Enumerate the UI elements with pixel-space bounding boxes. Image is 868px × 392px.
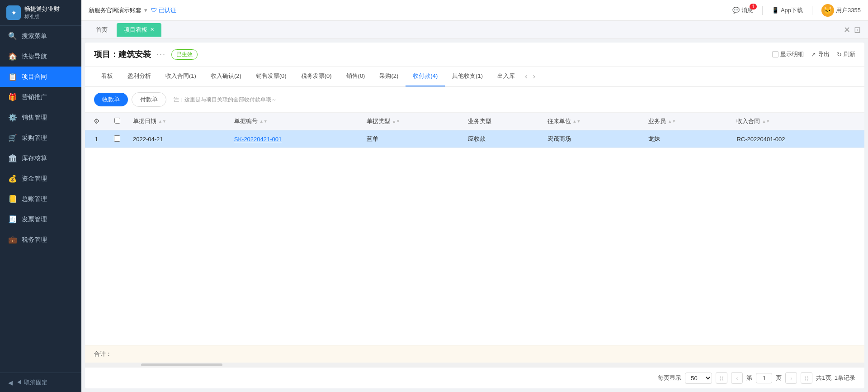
sidebar-logo: ✦ 畅捷通好业财 标准版 [0, 0, 81, 26]
per-page-select[interactable]: 50 20 100 [685, 373, 712, 384]
tab-home-label: 首页 [96, 26, 108, 34]
close-icon[interactable]: ✕ [150, 27, 154, 33]
project-title: 项目：建筑安装 [94, 49, 151, 60]
project-header-actions: 显示明细 ↗ 导出 ↻ 刷新 [772, 50, 855, 58]
th-partner[interactable]: 往来单位 ▲▼ [541, 113, 642, 130]
subnav-item-income-contract[interactable]: 收入合同(1) [158, 67, 203, 86]
gear-icon: ⚙️ [8, 113, 17, 122]
subnav-item-receipt[interactable]: 收付款(4) [406, 67, 445, 86]
receipt-tab-button[interactable]: 收款单 [94, 93, 128, 106]
ledger-icon: 📒 [8, 195, 17, 203]
close-window-button[interactable]: ✕ [844, 25, 850, 35]
subnav-item-kanban[interactable]: 看板 [94, 67, 120, 86]
settings-icon[interactable]: ⚙ [94, 117, 99, 125]
message-button[interactable]: 💬 消息 1 [732, 6, 753, 14]
topbar: 新服务官网演示账套 ▾ 🛡 已认证 💬 消息 1 📱 App下载 🐱 用户335… [81, 0, 868, 21]
subnav-item-purchase[interactable]: 采购(2) [372, 67, 406, 86]
th-type-label: 单据类型 [367, 117, 390, 125]
scroll-thumb[interactable] [141, 363, 222, 366]
show-detail-label: 显示明细 [780, 50, 804, 58]
next-page-button[interactable]: › [785, 372, 797, 384]
sort-icon: ▲▼ [392, 120, 400, 124]
sidebar-item-ledger[interactable]: 📒 总账管理 [0, 189, 81, 209]
subnav: 看板 盈利分析 收入合同(1) 收入确认(2) 销售发票(0) 税务发票(0) … [85, 67, 864, 87]
status-badge: 已生效 [171, 49, 198, 60]
sidebar-item-label: 总账管理 [22, 195, 47, 203]
subnav-item-inout[interactable]: 出入库 [490, 67, 522, 86]
search-icon: 🔍 [8, 32, 17, 40]
sidebar-menu: 🔍 搜索菜单 🏠 快捷导航 📋 项目合同 🎁 营销推广 ⚙️ 销售管理 🛒 采购… [0, 26, 81, 373]
th-date-label: 单据日期 [133, 117, 156, 125]
phone-icon: 📱 [772, 7, 779, 14]
subnav-item-sales[interactable]: 销售(0) [339, 67, 373, 86]
th-settings[interactable]: ⚙ [85, 113, 108, 130]
sidebar-item-finance[interactable]: 💰 资金管理 [0, 168, 81, 189]
sidebar-item-label: 税务管理 [22, 236, 47, 244]
table-row[interactable]: 1 2022-04-21 SK-20220421-001 蓝单 应收款 宏茂商场… [85, 130, 864, 148]
sidebar-item-contract[interactable]: 📋 项目合同 [0, 67, 81, 87]
pin-icon: ◀︎ [8, 379, 13, 386]
cancel-fixed-button[interactable]: ◀︎ ◀︎ 取消固定 [0, 373, 81, 392]
app-version: 标准版 [24, 13, 60, 20]
pagination: 每页显示 50 20 100 ⟨⟨ ‹ 第 页 › ⟩⟩ 共1页, 1条记录 [85, 367, 864, 388]
th-number[interactable]: 单据编号 ▲▼ [228, 113, 360, 130]
th-number-label: 单据编号 [234, 117, 258, 125]
prev-page-button[interactable]: ‹ [731, 372, 743, 384]
sidebar-item-quicknav[interactable]: 🏠 快捷导航 [0, 46, 81, 67]
sidebar-item-invoice[interactable]: 🧾 发票管理 [0, 209, 81, 229]
document-number-link[interactable]: SK-20220421-001 [234, 136, 282, 143]
total-label: 合计： [94, 350, 112, 358]
row-number[interactable]: SK-20220421-001 [228, 130, 360, 148]
subnav-item-sales-invoice[interactable]: 销售发票(0) [249, 67, 294, 86]
contract-icon: 📋 [8, 72, 17, 81]
th-date[interactable]: 单据日期 ▲▼ [127, 113, 228, 130]
divider [762, 6, 763, 15]
subnav-next-arrow[interactable]: › [530, 69, 538, 84]
th-type[interactable]: 单据类型 ▲▼ [360, 113, 462, 130]
select-all-checkbox[interactable] [114, 118, 120, 124]
th-income-contract[interactable]: 收入合同 ▲▼ [730, 113, 864, 130]
payment-tab-button[interactable]: 付款单 [132, 92, 166, 107]
show-detail-toggle[interactable]: 显示明细 [772, 50, 804, 58]
last-page-button[interactable]: ⟩⟩ [801, 372, 812, 384]
sub-tabs-note: 注：这里是与项目关联的全部收付款单哦～ [174, 96, 277, 104]
sort-icon: ▲▼ [762, 120, 770, 124]
sidebar-item-label: 资金管理 [22, 175, 47, 183]
finance-icon: 💰 [8, 174, 17, 183]
subnav-item-income-confirm[interactable]: 收入确认(2) [203, 67, 249, 86]
show-detail-checkbox[interactable] [772, 51, 778, 57]
th-salesperson[interactable]: 业务员 ▲▼ [642, 113, 730, 130]
subnav-item-profit[interactable]: 盈利分析 [120, 67, 158, 86]
export-icon: ↗ [811, 51, 816, 58]
table-footer: 合计： [85, 345, 864, 363]
row-select-checkbox[interactable] [114, 135, 120, 142]
current-page-input[interactable] [756, 373, 772, 383]
sidebar-item-sales[interactable]: ⚙️ 销售管理 [0, 107, 81, 128]
maximize-button[interactable]: ⊡ [854, 25, 861, 35]
row-income-contract: RC-20220401-002 [730, 130, 864, 148]
app-logo-icon: ✦ [6, 5, 21, 20]
sidebar-item-tax[interactable]: 💼 税务管理 [0, 229, 81, 250]
subnav-item-tax-invoice[interactable]: 税务发票(0) [294, 67, 339, 86]
tab-project-board[interactable]: 项目看板 ✕ [117, 23, 161, 37]
sidebar-item-purchase[interactable]: 🛒 采购管理 [0, 128, 81, 148]
horizontal-scrollbar[interactable] [85, 363, 864, 367]
more-options-button[interactable]: ··· [156, 50, 166, 59]
refresh-icon: ↻ [837, 51, 842, 58]
topbar-project[interactable]: 新服务官网演示账套 ▾ [89, 6, 147, 14]
user-profile-button[interactable]: 🐱 用户3355 [821, 4, 861, 17]
subnav-prev-arrow[interactable]: ‹ [522, 69, 530, 84]
export-button[interactable]: ↗ 导出 [811, 50, 830, 58]
refresh-button[interactable]: ↻ 刷新 [837, 50, 855, 58]
first-page-button[interactable]: ⟨⟨ [716, 372, 727, 384]
per-page-label: 每页显示 [658, 374, 681, 382]
tab-home[interactable]: 首页 [89, 23, 115, 37]
sidebar-item-inventory[interactable]: 🏛️ 库存核算 [0, 148, 81, 168]
invoice-icon: 🧾 [8, 215, 17, 224]
subnav-item-other-income[interactable]: 其他收支(1) [445, 67, 490, 86]
sidebar-item-marketing[interactable]: 🎁 营销推广 [0, 87, 81, 107]
row-checkbox-cell[interactable] [108, 130, 127, 148]
row-date: 2022-04-21 [127, 130, 228, 148]
app-download-button[interactable]: 📱 App下载 [772, 6, 803, 14]
sidebar-item-search[interactable]: 🔍 搜索菜单 [0, 26, 81, 46]
